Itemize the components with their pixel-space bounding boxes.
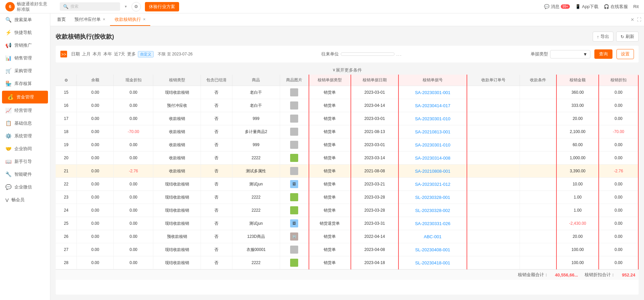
doc-no-link[interactable]: SA-20230321-012 bbox=[415, 182, 450, 187]
cell-write-off: 0.00 bbox=[599, 217, 638, 230]
doc-no-link[interactable]: SA-20230301-010 bbox=[415, 142, 450, 147]
sidebar-item-inventory[interactable]: 🏪 库存核算 bbox=[0, 77, 50, 90]
cell-no: 15 bbox=[56, 86, 77, 99]
sidebar-item-purchase[interactable]: 🛒 采购管理 bbox=[0, 65, 50, 77]
col-header-order-no: 收款单订单号 bbox=[467, 75, 520, 86]
export-btn[interactable]: ↑ 导出 bbox=[593, 32, 614, 42]
collapse-btn[interactable]: >> bbox=[60, 51, 67, 57]
query-btn[interactable]: 查询 bbox=[594, 49, 612, 59]
top-search-box[interactable]: 🔍 搜索 bbox=[60, 2, 120, 11]
doc-no-link[interactable]: SA-20230314-008 bbox=[415, 156, 450, 161]
sidebar-item-collab[interactable]: 🤝 企业协同 bbox=[0, 142, 50, 155]
date-this-year[interactable]: 本年 bbox=[103, 51, 112, 57]
cell-date: 2021-08-08 bbox=[351, 165, 398, 178]
cell-doc-type: 销货单 bbox=[309, 112, 351, 125]
cell-goods: 衣服00001 bbox=[232, 243, 280, 256]
sidebar-item-vip[interactable]: V 畅会员 bbox=[0, 194, 50, 206]
cell-closed: 否 bbox=[201, 112, 232, 125]
cell-closed: 否 bbox=[201, 178, 232, 191]
cell-discount: -70.00 bbox=[114, 125, 153, 138]
logo-area: 6 畅捷通谁好生意 标准版 bbox=[5, 1, 56, 12]
doc-no-link[interactable]: SL-20230408-001 bbox=[415, 247, 450, 252]
purchase-icon: 🛒 bbox=[5, 68, 12, 74]
logo-text: 畅捷通谁好生意 标准版 bbox=[17, 1, 47, 12]
sidebar-item-search[interactable]: 🔍 搜索菜单 bbox=[0, 13, 50, 26]
cell-no: 27 bbox=[56, 243, 77, 256]
doc-no-link[interactable]: SA-20230414-017 bbox=[415, 103, 450, 108]
tab-home[interactable]: 首页 bbox=[53, 14, 70, 26]
sidebar-item-marketing[interactable]: 📢 营销推广 bbox=[0, 39, 50, 52]
doc-no-link[interactable]: ABC-001 bbox=[424, 234, 442, 239]
partner-input[interactable] bbox=[341, 52, 394, 56]
search-dropdown-arrow[interactable]: ▼ bbox=[124, 5, 127, 8]
cell-write-off: 0.00 bbox=[599, 152, 638, 165]
cell-balance: 0.00 bbox=[77, 217, 114, 230]
table-container[interactable]: ⚙ 余额 现金折扣 核销类型 包含已结清 商品 商品图片 核销单据类型 核销单据… bbox=[56, 75, 639, 295]
cell-balance: 0.00 bbox=[77, 152, 114, 165]
sidebar-item-hardware[interactable]: 🔧 智能硬件 bbox=[0, 168, 50, 181]
date-7days[interactable]: 近7天 bbox=[114, 51, 125, 57]
cell-type: 收款核销 bbox=[153, 138, 201, 152]
cell-closed: 否 bbox=[201, 165, 232, 178]
cell-discount: 0.00 bbox=[114, 230, 153, 243]
select-arrow: ▼ bbox=[583, 52, 587, 57]
date-range: 不限 至 2023-07-26 bbox=[158, 51, 193, 57]
sidebar-item-newuser[interactable]: 📖 新手引导 bbox=[0, 155, 50, 168]
cell-doc-no: SA-20230301-010 bbox=[398, 138, 467, 152]
cell-closed: 否 bbox=[201, 256, 232, 269]
cell-date: 2022-04-14 bbox=[351, 230, 398, 243]
sidebar-item-wechat[interactable]: 💬 企业微信 bbox=[0, 181, 50, 194]
sidebar-item-basic-info[interactable]: 📋 基础信息 bbox=[0, 117, 50, 130]
date-more[interactable]: 更多 bbox=[127, 51, 136, 57]
doc-no-link[interactable]: SA-20210808-001 bbox=[415, 169, 450, 174]
cell-type: 现结收款核销 bbox=[153, 256, 201, 269]
expand-row[interactable]: ∨ 展开更多条件 bbox=[56, 66, 639, 75]
export-icon: ↑ bbox=[597, 34, 599, 39]
inventory-icon: 🏪 bbox=[5, 81, 12, 87]
settings-btn[interactable]: 设置 bbox=[616, 49, 634, 59]
tab-prepay[interactable]: 预付冲应付单 ✕ bbox=[70, 14, 110, 26]
cell-order-no bbox=[467, 178, 520, 191]
online-service-btn[interactable]: 🎧 在线客服 bbox=[604, 4, 628, 10]
cell-date: 2023-04-18 bbox=[351, 256, 398, 269]
tab-fullscreen[interactable]: ⛶ bbox=[637, 17, 641, 22]
refresh-btn[interactable]: ↻ 刷新 bbox=[616, 32, 639, 42]
doc-no-link[interactable]: SL-20230328-001 bbox=[415, 195, 450, 200]
tab-prepay-close[interactable]: ✕ bbox=[103, 17, 105, 21]
doc-no-link[interactable]: SL-20230418-001 bbox=[415, 260, 450, 265]
tab-close-window[interactable]: ✕ bbox=[631, 17, 634, 22]
tab-receipt[interactable]: 收款核销执行 ✕ bbox=[110, 14, 150, 26]
doc-no-link[interactable]: SA-20230331-026 bbox=[415, 221, 450, 226]
date-last-month[interactable]: 上月 bbox=[82, 51, 91, 57]
custom-badge[interactable]: 自定义 bbox=[138, 51, 154, 57]
doc-no-link[interactable]: SL-20230328-002 bbox=[415, 208, 450, 213]
page-header: 收款核销执行(按收款) ↑ 导出 ↻ 刷新 bbox=[56, 32, 639, 42]
doc-no-link[interactable]: SA-20210813-001 bbox=[415, 129, 450, 134]
cell-condition bbox=[520, 243, 556, 256]
cell-discount: 0.00 bbox=[114, 99, 153, 112]
cell-img bbox=[280, 152, 309, 165]
settings-icon-btn[interactable]: ⚙ bbox=[131, 2, 141, 11]
cell-img bbox=[280, 165, 309, 178]
sidebar-item-sales[interactable]: 📊 销售管理 bbox=[0, 52, 50, 65]
doc-no-link[interactable]: SA-20230301-010 bbox=[415, 116, 450, 121]
messages-btn[interactable]: 💬 消息 99+ bbox=[544, 4, 570, 10]
date-this-month[interactable]: 本月 bbox=[93, 51, 101, 57]
cell-date: 2021-08-13 bbox=[351, 125, 398, 138]
user-name[interactable]: Rit bbox=[633, 4, 639, 9]
cell-closed: 否 bbox=[201, 217, 232, 230]
sidebar-item-management[interactable]: 📈 经营管理 bbox=[0, 104, 50, 117]
cell-doc-no: SL-20230328-002 bbox=[398, 204, 467, 217]
doc-type-select[interactable]: ▼ bbox=[550, 50, 590, 58]
industry-btn[interactable]: 休验行业方案 bbox=[145, 2, 179, 11]
sidebar-item-quicknav[interactable]: ⚡ 快捷导航 bbox=[0, 26, 50, 39]
cell-no: 24 bbox=[56, 204, 77, 217]
date-label: 日期 bbox=[71, 51, 80, 57]
sidebar-item-finance[interactable]: 💰 资金管理 bbox=[2, 91, 48, 103]
cell-discount: 0.00 bbox=[114, 204, 153, 217]
tab-receipt-close[interactable]: ✕ bbox=[143, 17, 146, 21]
app-download-btn[interactable]: 📱 App下载 bbox=[575, 4, 598, 10]
doc-no-link[interactable]: SA-20230301-001 bbox=[415, 90, 450, 95]
cell-write-off: 0.00 bbox=[599, 243, 638, 256]
sidebar-item-system[interactable]: ⚙️ 系统管理 bbox=[0, 130, 50, 142]
